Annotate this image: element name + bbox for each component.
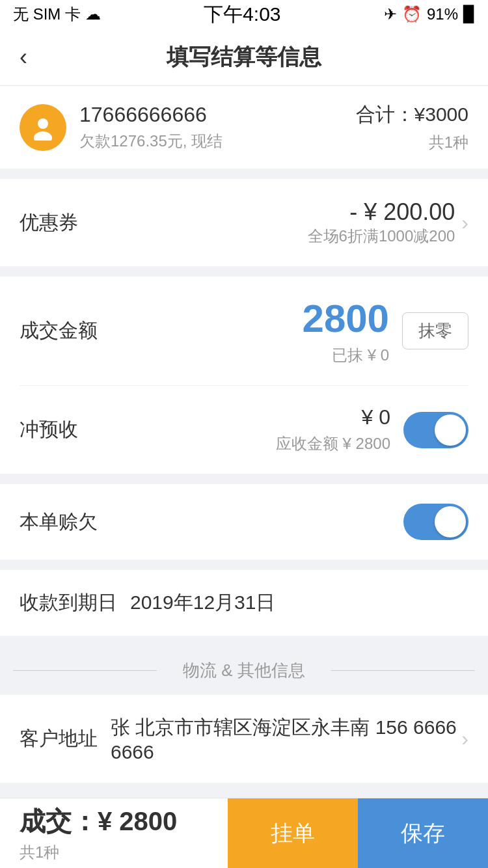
total-count: 共1种 xyxy=(356,132,468,153)
debt-toggle-knob xyxy=(435,506,466,537)
address-row[interactable]: 客户地址 张 北京市市辖区海淀区永丰南 156 6666 6666 › xyxy=(0,695,488,783)
divider-line-left xyxy=(13,670,157,671)
deal-amount-sub: 已抹 ¥ 0 xyxy=(332,345,389,366)
debt-toggle[interactable] xyxy=(403,504,468,540)
bottom-bar: 成交：¥ 2800 共1种 挂单 保存 xyxy=(0,798,488,868)
status-left: 无 SIM 卡 ☁ xyxy=(13,4,101,25)
bottom-deal-amount: ¥ 2800 xyxy=(98,807,177,835)
battery-status: 91% xyxy=(427,5,458,23)
battery-icon: ▉ xyxy=(463,5,475,23)
address-value: 张 北京市市辖区海淀区永丰南 156 6666 6666 xyxy=(111,714,461,763)
deal-amount-label: 成交金额 xyxy=(20,318,98,344)
deal-amount-right: 2800 已抹 ¥ 0 抹零 xyxy=(303,296,468,366)
svg-point-1 xyxy=(34,131,52,141)
hang-button[interactable]: 挂单 xyxy=(228,798,358,869)
prereceive-right: ¥ 0 应收金额 ¥ 2800 xyxy=(276,405,468,454)
coupon-row[interactable]: 优惠券 - ¥ 200.00 全场6折满1000减200 › xyxy=(0,179,488,266)
section-divider: 物流 & 其他信息 xyxy=(0,646,488,695)
bottom-deal-row: 成交：¥ 2800 xyxy=(20,804,208,839)
customer-details: 17666666666 欠款1276.35元, 现结 xyxy=(79,103,223,152)
amount-col: 2800 已抹 ¥ 0 xyxy=(303,296,389,366)
deal-amount-row: 成交金额 2800 已抹 ¥ 0 抹零 xyxy=(20,277,468,386)
duedate-value: 2019年12月31日 xyxy=(130,590,275,616)
address-label: 客户地址 xyxy=(20,726,98,752)
customer-info-row: 17666666666 欠款1276.35元, 现结 合计：¥3000 共1种 xyxy=(0,86,488,169)
chevron-right-icon: › xyxy=(461,211,468,235)
round-button[interactable]: 抹零 xyxy=(402,312,468,349)
alarm-icon: ⏰ xyxy=(402,5,422,23)
deal-amount-value: 2800 xyxy=(303,296,389,341)
customer-total: 合计：¥3000 共1种 xyxy=(356,102,468,153)
prereceive-sub: 应收金额 ¥ 2800 xyxy=(276,433,390,454)
coupon-discount: - ¥ 200.00 xyxy=(308,198,455,226)
divider-line-right xyxy=(331,670,475,671)
prereceive-amount: ¥ 0 xyxy=(362,405,390,429)
coupon-right: - ¥ 200.00 全场6折满1000减200 › xyxy=(308,198,468,247)
coupon-value-wrap: - ¥ 200.00 全场6折满1000减200 xyxy=(308,198,455,247)
customer-debt: 欠款1276.35元, 现结 xyxy=(79,131,223,152)
svg-point-0 xyxy=(38,118,48,129)
coupon-desc: 全场6折满1000减200 xyxy=(308,226,455,247)
customer-phone: 17666666666 xyxy=(79,103,223,127)
amount-section: 成交金额 2800 已抹 ¥ 0 抹零 冲预收 ¥ 0 应收金额 ¥ 2800 xyxy=(0,277,488,474)
back-button[interactable]: ‹ xyxy=(20,44,27,71)
status-right: ✈ ⏰ 91% ▉ xyxy=(384,5,475,23)
duedate-row: 收款到期日 2019年12月31日 xyxy=(0,570,488,636)
address-chevron-icon: › xyxy=(461,727,468,751)
location-icon: ✈ xyxy=(384,5,397,23)
total-amount: 合计：¥3000 xyxy=(356,102,468,128)
prereceive-label: 冲预收 xyxy=(20,416,78,443)
status-time: 下午4:03 xyxy=(204,1,280,28)
save-button[interactable]: 保存 xyxy=(358,798,488,869)
bottom-deal-label: 成交： xyxy=(20,807,98,835)
debt-label: 本单赊欠 xyxy=(20,509,98,536)
status-bar: 无 SIM 卡 ☁ 下午4:03 ✈ ⏰ 91% ▉ xyxy=(0,0,488,29)
content-area: 17666666666 欠款1276.35元, 现结 合计：¥3000 共1种 … xyxy=(0,86,488,868)
prereceive-row: 冲预收 ¥ 0 应收金额 ¥ 2800 xyxy=(20,386,468,474)
nav-bar: ‹ 填写结算等信息 xyxy=(0,29,488,86)
page-title: 填写结算等信息 xyxy=(167,42,321,72)
customer-left: 17666666666 欠款1276.35元, 现结 xyxy=(20,103,223,152)
avatar xyxy=(20,104,66,151)
toggle-knob xyxy=(435,414,466,446)
sim-status: 无 SIM 卡 ☁ xyxy=(13,4,101,25)
prereceive-toggle[interactable] xyxy=(403,412,468,448)
coupon-label: 优惠券 xyxy=(20,210,78,236)
debt-row: 本单赊欠 xyxy=(0,484,488,560)
section-divider-text: 物流 & 其他信息 xyxy=(183,659,305,682)
duedate-label: 收款到期日 xyxy=(20,590,117,616)
prereceive-col: ¥ 0 应收金额 ¥ 2800 xyxy=(276,405,390,454)
bottom-count: 共1种 xyxy=(20,842,208,863)
bottom-summary: 成交：¥ 2800 共1种 xyxy=(0,804,228,863)
